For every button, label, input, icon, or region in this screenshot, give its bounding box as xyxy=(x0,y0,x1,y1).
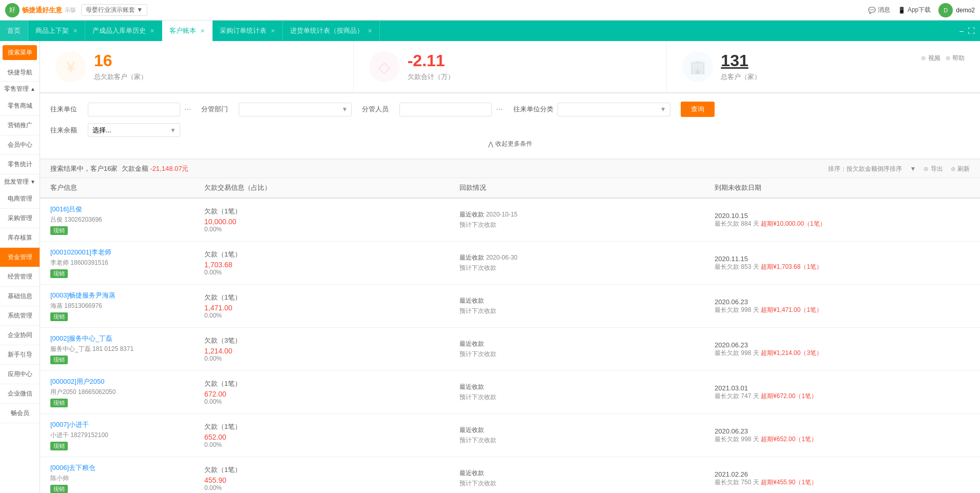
customer-phone-3: 服务中心_丁磊 181 0125 8371 xyxy=(50,345,204,353)
overdue-days-2: 最长欠款 998 天 超期¥1,471.00（1笔） xyxy=(715,306,970,314)
overdue-link-0[interactable]: 超期¥10,000.00（1笔） xyxy=(761,220,826,227)
customer-name-6[interactable]: [0006]去下粮仓 xyxy=(50,463,204,472)
customer-dots[interactable]: ··· xyxy=(184,105,191,114)
tab-customer-account[interactable]: 客户账本 ✕ xyxy=(162,21,213,41)
person-dots[interactable]: ··· xyxy=(496,105,503,114)
due-date-0: 2020.10.15 xyxy=(715,212,970,220)
content-area: ¥ 16 总欠款客户（家） ◇ -2.11 欠款合计（万） 🏢 xyxy=(40,41,980,493)
sidebar-item-guide[interactable]: 新手引导 xyxy=(0,345,40,365)
close-tab-stock[interactable]: ✕ xyxy=(368,28,372,34)
sidebar-item-member-center[interactable]: 会员中心 xyxy=(0,135,40,155)
sidebar-item-retail-mall[interactable]: 零售商城 xyxy=(0,96,40,116)
sidebar-item-app-center[interactable]: 应用中心 xyxy=(0,365,40,384)
customer-info-2: [0003]畅捷服务尹海蒸 海蒸 18513066976 现销 xyxy=(50,291,204,321)
stat-card-total-debt: ◇ -2.11 欠款合计（万） xyxy=(354,41,667,92)
customer-phone-2: 海蒸 18513066976 xyxy=(50,302,204,310)
results-actions: 排序：按欠款金额倒序排序 ▼ ⊙ 导出 ⊙ 刷新 xyxy=(828,165,970,173)
table-header: 客户信息 欠款交易信息（占比） 回款情况 到期未收款日期 xyxy=(40,178,980,199)
stat-debt-value: -2.11 xyxy=(408,52,454,70)
industry-selector[interactable]: 母婴行业演示账套 ▼ xyxy=(81,4,147,16)
customer-name-0[interactable]: [0016]吕俊 xyxy=(50,205,204,214)
customer-name-3[interactable]: [0002]服务中心_丁磊 xyxy=(50,334,204,343)
query-button[interactable]: 查询 xyxy=(681,102,715,117)
results-summary: 搜索结果中，搜索结果中，客户16家客户16家 欠款金额 -21,148.07元 xyxy=(50,164,188,173)
overdue-link-6[interactable]: 超期¥455.90（1笔） xyxy=(761,479,817,486)
sidebar-item-retail-management[interactable]: 零售管理 ▲ xyxy=(0,82,40,96)
recover-info-2: 最近收款 预计下次收款 xyxy=(459,297,715,315)
sidebar-item-basic-info[interactable]: 基础信息 xyxy=(0,287,40,306)
refresh-button[interactable]: ⊙ 刷新 xyxy=(951,165,970,173)
due-date-6: 2021.02.26 xyxy=(715,470,970,478)
category-input[interactable] xyxy=(558,103,670,116)
recover-info-6: 最近收款 预计下次收款 xyxy=(459,469,715,488)
overdue-link-5[interactable]: 超期¥652.00（1笔） xyxy=(761,436,817,443)
minimize-icon[interactable]: – xyxy=(959,27,964,35)
close-tab-customer[interactable]: ✕ xyxy=(200,28,205,34)
sidebar-item-member[interactable]: 畅会员 xyxy=(0,404,40,423)
recover-info-0: 最近收款 2020-10-15 预计下次收款 xyxy=(459,210,715,229)
filter-balance: 往来余额 选择... ▼ xyxy=(50,123,180,137)
customer-tag-6: 现销 xyxy=(50,485,68,493)
help-button[interactable]: ⊙ 帮助 xyxy=(946,54,965,63)
customer-tag-3: 现销 xyxy=(50,356,68,364)
close-tab-purchase[interactable]: ✕ xyxy=(271,28,275,34)
debt-info-5: 欠款（1笔） 652.00 0.00% xyxy=(204,422,459,448)
close-tab-goods[interactable]: ✕ xyxy=(73,28,78,34)
customer-tag-0: 现销 xyxy=(50,226,68,235)
search-menu-button[interactable]: 搜索菜单 xyxy=(3,45,37,60)
tab-product-history[interactable]: 产成品入库单历史 ✕ xyxy=(85,21,162,41)
customer-name-5[interactable]: [0007]小进干 xyxy=(50,420,204,429)
debt-count-1: 欠款（1笔） xyxy=(204,250,459,259)
collapse-button[interactable]: ⋀ 收起更多条件 xyxy=(488,140,532,148)
tab-purchase-stats[interactable]: 采购订单统计表 ✕ xyxy=(213,21,283,41)
sidebar-item-enterprise[interactable]: 企业协同 xyxy=(0,326,40,345)
debt-percent-1: 0.00% xyxy=(204,269,459,276)
due-date-info-1: 2020.11.15 最长欠款 853 天 超期¥1,703.68（1笔） xyxy=(715,255,970,271)
sidebar-item-wechat[interactable]: 企业微信 xyxy=(0,384,40,404)
sidebar-item-marketing[interactable]: 营销推广 xyxy=(0,116,40,135)
overdue-link-4[interactable]: 超期¥672.00（1笔） xyxy=(761,392,817,400)
overdue-link-2[interactable]: 超期¥1,471.00（1笔） xyxy=(761,306,822,313)
sidebar-item-ecommerce[interactable]: 电商管理 xyxy=(0,189,40,209)
app-download-button[interactable]: 📱 App下载 xyxy=(898,6,931,14)
stat-customers-value: 131 xyxy=(721,52,761,70)
customer-input[interactable] xyxy=(88,103,180,116)
customer-name-1[interactable]: [0001020001]李老师 xyxy=(50,248,204,257)
sidebar-item-system[interactable]: 系统管理 xyxy=(0,306,40,326)
due-date-info-0: 2020.10.15 最长欠款 884 天 超期¥10,000.00（1笔） xyxy=(715,212,970,228)
sidebar-search: 搜索菜单 xyxy=(0,41,40,64)
sidebar-item-inventory[interactable]: 库存核算 xyxy=(0,228,40,248)
department-input[interactable] xyxy=(239,103,352,116)
recover-info-4: 最近收款 预计下次收款 xyxy=(459,383,715,402)
stat-card-actions: ⊙ 视频 ⊙ 帮助 xyxy=(921,51,965,63)
export-button[interactable]: ⊙ 导出 xyxy=(924,165,943,173)
user-menu[interactable]: D demo2 xyxy=(938,3,975,17)
person-input[interactable] xyxy=(399,103,492,116)
sidebar-item-purchase-management[interactable]: 采购管理 xyxy=(0,209,40,228)
debt-info-0: 欠款（1笔） 10,000.00 0.00% xyxy=(204,207,459,233)
sidebar-item-wholesale-management[interactable]: 批发管理 ▼ xyxy=(0,174,40,189)
filter-category: 往来单位分类 ▼ xyxy=(513,103,670,116)
col-due-date: 到期未收款日期 xyxy=(715,183,970,192)
filter-row-1: 往来单位 ··· 分管部门 ▼ 分管人员 ··· 往来 xyxy=(50,102,970,117)
tab-goods[interactable]: 商品上下架 ✕ xyxy=(28,21,85,41)
customer-name-2[interactable]: [0003]畅捷服务尹海蒸 xyxy=(50,291,204,300)
sidebar-item-quick-nav[interactable]: 快捷导航 xyxy=(0,64,40,82)
tab-home[interactable]: 首页 xyxy=(0,21,28,41)
video-button[interactable]: ⊙ 视频 xyxy=(921,54,940,63)
tab-stock-stats[interactable]: 进货单统计表（按商品） ✕ xyxy=(283,21,380,41)
stat-card-total-customers: 🏢 131 总客户（家） ⊙ 视频 ⊙ 帮助 xyxy=(667,41,980,92)
debt-amount-3: 1,214.00 xyxy=(204,347,459,355)
overdue-link-1[interactable]: 超期¥1,703.68（1笔） xyxy=(761,263,822,270)
sidebar-item-retail-stats[interactable]: 零售统计 xyxy=(0,155,40,174)
balance-select[interactable]: 选择... xyxy=(88,123,180,137)
due-date-info-5: 2020.06.23 最长欠款 998 天 超期¥652.00（1笔） xyxy=(715,427,970,444)
debt-percent-0: 0.00% xyxy=(204,226,459,233)
customer-name-4[interactable]: [000002]用户2050 xyxy=(50,377,204,386)
close-tab-product[interactable]: ✕ xyxy=(150,28,155,34)
message-button[interactable]: 💬 消息 xyxy=(868,6,890,14)
overdue-link-3[interactable]: 超期¥1,214.00（3笔） xyxy=(761,349,822,357)
maximize-icon[interactable]: ⛶ xyxy=(968,27,975,35)
sidebar-item-finance[interactable]: 资金管理 xyxy=(0,248,40,267)
sidebar-item-operations[interactable]: 经营管理 xyxy=(0,267,40,287)
